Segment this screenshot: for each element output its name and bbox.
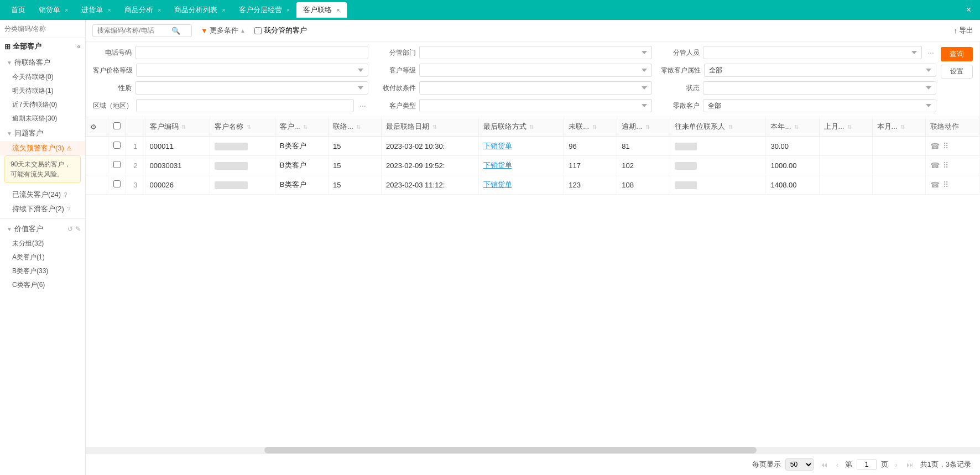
region-dots[interactable]: ···	[357, 101, 368, 110]
edit-icon[interactable]: ✎	[75, 225, 81, 233]
sidebar-item-overdue-contact[interactable]: 逾期未联络(30)	[0, 112, 85, 126]
nature-select[interactable]	[135, 81, 368, 95]
sidebar-item-tomorrow-contact[interactable]: 明天待联络(1)	[0, 84, 85, 98]
contact-method-link-1[interactable]: 下销货单	[483, 142, 512, 150]
collapse-sidebar-btn[interactable]: «	[77, 43, 81, 50]
sidebar-item-class-b[interactable]: B类客户(33)	[0, 264, 85, 278]
close-goods-analysis-list-tab[interactable]: ×	[222, 7, 225, 13]
export-button[interactable]: ↑ 导出	[954, 25, 974, 35]
horizontal-scrollbar[interactable]	[86, 447, 980, 453]
scatter-customer-select[interactable]: 全部	[703, 99, 936, 112]
customer-type-select[interactable]	[419, 99, 653, 112]
tab-customer-tier[interactable]: 客户分层经营 ×	[232, 2, 296, 18]
dept-select[interactable]	[419, 46, 653, 59]
help-icon-1[interactable]: ?	[64, 191, 67, 198]
next-page-btn[interactable]: ›	[893, 460, 899, 470]
refresh-icon[interactable]: ↺	[67, 225, 73, 233]
close-purchase-tab[interactable]: ×	[107, 7, 111, 13]
sidebar-item-class-a[interactable]: A类客户(1)	[0, 250, 85, 264]
sidebar-item-week-contact[interactable]: 近7天待联络(0)	[0, 98, 85, 112]
th-uncontacted[interactable]: 未联... ⇅	[564, 117, 617, 137]
th-this-year[interactable]: 本年... ⇅	[766, 117, 819, 137]
status-select[interactable]	[703, 81, 936, 95]
sort-icon-type: ⇅	[303, 124, 307, 130]
td-name-2	[210, 156, 275, 175]
person-dots[interactable]: ···	[925, 48, 936, 57]
page-input[interactable]	[857, 459, 877, 470]
blurred-unit-2	[675, 162, 697, 170]
chevron-down-icon: ▼	[7, 60, 12, 66]
help-icon-2[interactable]: ?	[67, 206, 70, 212]
close-goods-analysis-tab[interactable]: ×	[158, 7, 161, 13]
more-action-icon-2[interactable]: ⠿	[943, 161, 948, 170]
my-customers-checkbox-label[interactable]: 我分管的客户	[254, 25, 307, 35]
row-checkbox-3[interactable]	[113, 180, 121, 187]
tab-purchase[interactable]: 进货单 ×	[75, 2, 117, 18]
tab-customer-contact[interactable]: 客户联络 ×	[296, 2, 346, 18]
contact-method-link-3[interactable]: 下销货单	[483, 180, 512, 189]
contact-method-link-2[interactable]: 下销货单	[483, 161, 512, 169]
per-page-select[interactable]: 50 100	[785, 458, 814, 471]
first-page-btn[interactable]: ⏮	[818, 460, 830, 470]
th-contact[interactable]: 联络... ⇅	[328, 117, 381, 137]
sidebar-item-downtrend[interactable]: 持续下滑客户(2) ?	[0, 202, 85, 216]
action-icons-3: ☎ ⠿	[930, 180, 975, 189]
row-checkbox-1[interactable]	[113, 142, 121, 149]
sidebar-group-problem-customers[interactable]: ▼ 问题客户	[0, 126, 85, 141]
query-button[interactable]: 查询	[941, 47, 973, 61]
tab-goods-analysis-list[interactable]: 商品分析列表 ×	[168, 2, 232, 18]
toolbar-right: ↑ 导出	[954, 25, 974, 35]
td-code-3: 000026	[145, 175, 210, 195]
th-unit-contact[interactable]: 往来单位联系人 ⇅	[670, 117, 766, 137]
sidebar-item-today-contact[interactable]: 今天待联络(0)	[0, 70, 85, 84]
sidebar-item-unclassified[interactable]: 未分组(32)	[0, 237, 85, 250]
tab-goods-analysis[interactable]: 商品分析 ×	[118, 2, 168, 18]
person-select[interactable]	[703, 46, 922, 59]
tab-sales[interactable]: 销货单 ×	[32, 2, 75, 18]
home-tab[interactable]: 首页	[4, 5, 32, 15]
select-all-checkbox[interactable]	[113, 122, 121, 129]
sidebar-item-class-c[interactable]: C类客户(6)	[0, 278, 85, 292]
payment-select[interactable]	[419, 81, 653, 95]
close-customer-tier-tab[interactable]: ×	[286, 7, 290, 13]
search-input[interactable]	[97, 27, 169, 34]
sort-icon-name: ⇅	[247, 124, 251, 130]
sidebar-search-input[interactable]	[4, 25, 86, 33]
scatter-attr-select[interactable]: 全部	[704, 64, 936, 77]
th-this-month[interactable]: 本月... ⇅	[872, 117, 925, 137]
th-last-contact-date[interactable]: 最后联络日期 ⇅	[381, 117, 478, 137]
more-conditions-btn[interactable]: ▼ 更多条件 ▲	[196, 23, 250, 38]
customer-tier-select[interactable]	[419, 64, 653, 77]
more-action-icon-3[interactable]: ⠿	[943, 180, 948, 189]
prev-page-btn[interactable]: ‹	[834, 460, 841, 470]
price-tier-select[interactable]	[136, 64, 368, 77]
sidebar-item-already-churn[interactable]: 已流失客户(24) ?	[0, 187, 85, 202]
close-customer-contact-tab[interactable]: ×	[336, 7, 340, 13]
close-sales-tab[interactable]: ×	[65, 7, 68, 13]
th-overdue[interactable]: 逾期... ⇅	[617, 117, 670, 137]
th-settings[interactable]: ⚙	[86, 117, 108, 137]
th-name[interactable]: 客户名称 ⇅	[210, 117, 275, 137]
sidebar-group-value-customers[interactable]: ▼ 价值客户 ↺ ✎	[0, 221, 85, 237]
th-code[interactable]: 客户编码 ⇅	[145, 117, 210, 137]
sidebar-group-pending-contact[interactable]: ▼ 待联络客户	[0, 55, 85, 70]
more-action-icon-1[interactable]: ⠿	[943, 142, 948, 150]
settings-button[interactable]: 设置	[941, 65, 973, 79]
th-last-month[interactable]: 上月... ⇅	[819, 117, 872, 137]
scrollbar-thumb[interactable]	[264, 447, 756, 453]
phone-action-icon-1[interactable]: ☎	[930, 142, 940, 150]
all-customers-header[interactable]: ⊞ 全部客户 «	[0, 38, 85, 55]
table-header-row: ⚙ 客户编码 ⇅ 客户名称 ⇅	[86, 117, 980, 137]
phone-input[interactable]	[135, 46, 368, 59]
search-icon[interactable]: 🔍	[171, 27, 180, 35]
region-input[interactable]	[136, 99, 354, 112]
row-checkbox-2[interactable]	[113, 161, 121, 168]
phone-action-icon-3[interactable]: ☎	[930, 180, 940, 189]
my-customers-checkbox[interactable]	[254, 27, 262, 34]
phone-action-icon-2[interactable]: ☎	[930, 161, 940, 170]
sidebar-item-churn-warning[interactable]: 流失预警客户(3) ⚠	[0, 141, 85, 155]
close-all-button[interactable]: ×	[962, 5, 976, 15]
th-last-contact-method[interactable]: 最后联络方式 ⇅	[478, 117, 564, 137]
last-page-btn[interactable]: ⏭	[904, 460, 916, 470]
th-type[interactable]: 客户... ⇅	[275, 117, 328, 137]
